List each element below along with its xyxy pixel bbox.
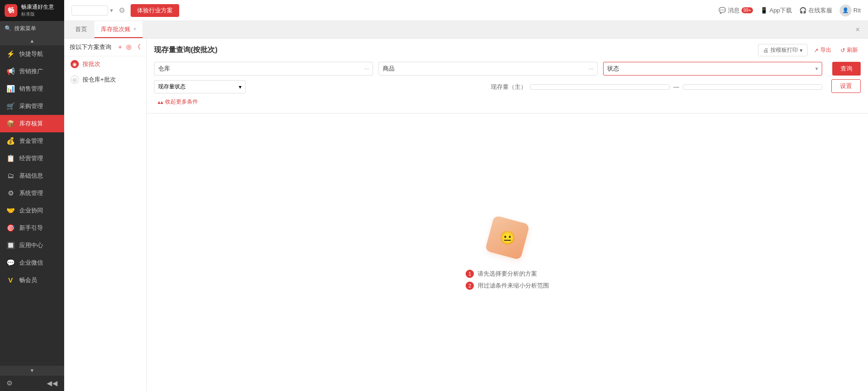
sidebar-search[interactable]: 🔍 搜索菜单	[0, 21, 64, 36]
app-subtitle: 标准版	[21, 11, 54, 17]
topbar-chevron-icon[interactable]: ▾	[110, 7, 113, 14]
print-button[interactable]: 🖨 按模板打印 ▾	[758, 44, 808, 56]
quantity-min-input[interactable]	[530, 84, 670, 90]
sidebar-item-enterprise[interactable]: 🤝 企业协同	[0, 202, 64, 219]
finance-icon: 💰	[6, 137, 15, 145]
app-download-label: App下载	[769, 6, 792, 15]
right-panel: 现存量查询(按批次) 🖨 按模板打印 ▾ ↗ 导出 ↺	[147, 38, 868, 391]
filter-actions: 查询 设置	[831, 62, 861, 93]
avatar: 👤	[840, 5, 852, 16]
settings-icon[interactable]: ⚙	[6, 379, 12, 387]
sidebar-item-label: 库存核算	[19, 119, 43, 128]
sidebar-item-marketing[interactable]: 📢 营销推广	[0, 63, 64, 80]
collapse-button[interactable]: ▴▴ 收起更多条件	[154, 96, 202, 108]
scheme-by-warehouse-batch[interactable]: ◎ 按仓库+批次	[64, 72, 146, 87]
data-area: 😐 1 请先选择要分析的方案 2 用过滤条件来缩小分析范围	[147, 114, 868, 391]
sidebar-item-label: 营销推广	[19, 67, 43, 76]
sidebar-scroll-up[interactable]: ▲	[0, 36, 64, 45]
user-profile-button[interactable]: 👤 Rit	[840, 5, 861, 16]
sidebar-item-label: 企业协同	[19, 206, 43, 215]
status-chevron-icon[interactable]: ▾	[815, 65, 818, 72]
app-download-button[interactable]: 📱 App下载	[760, 6, 792, 15]
sidebar-header: 畅 畅康通好生意 标准版	[0, 0, 64, 21]
inventory-status-wrap: 现存量状态 ▾	[154, 80, 485, 93]
filter-fields: 仓库 ··· 商品 ···	[154, 62, 822, 108]
filter-row-1: 仓库 ··· 商品 ···	[154, 62, 822, 76]
tab-inventory-batch[interactable]: 库存批次账 ×	[94, 21, 143, 38]
quantity-label: 现存量（主）	[491, 83, 527, 91]
sidebar-item-purchase[interactable]: 🛒 采购管理	[0, 98, 64, 115]
filter-title-row: 现存量查询(按批次) 🖨 按模板打印 ▾ ↗ 导出 ↺	[154, 44, 861, 56]
hint-num-2: 2	[466, 282, 474, 290]
filter-settings-button[interactable]: 设置	[831, 79, 861, 93]
panel-close-button[interactable]: ×	[852, 21, 863, 38]
filter-row-2: 现存量状态 ▾ 现存量（主） —	[154, 80, 822, 93]
topbar-left: ▾ ⚙ 体验行业方案	[71, 4, 179, 17]
newbie-icon: 🎯	[6, 224, 15, 232]
sidebar-item-finance[interactable]: 💰 资金管理	[0, 132, 64, 150]
scheme-by-batch[interactable]: ◉ 按批次	[64, 56, 146, 72]
topbar-input-group: ▾	[71, 5, 113, 16]
avatar-icon: 👤	[842, 7, 849, 13]
export-button[interactable]: ↗ 导出	[811, 44, 834, 56]
goods-label: 商品	[383, 65, 395, 73]
sidebar-item-system[interactable]: ⚙ 系统管理	[0, 185, 64, 202]
app-title: 畅康通好生意	[21, 4, 54, 11]
hint-num-1: 1	[466, 270, 474, 278]
scheme-settings-icon[interactable]: ◎	[126, 43, 132, 51]
collapse-row: ▴▴ 收起更多条件	[154, 96, 822, 108]
sidebar-item-basics[interactable]: 🗂 基础信息	[0, 167, 64, 185]
tab-close-button[interactable]: ×	[133, 27, 136, 32]
warehouse-input[interactable]: 仓库 ···	[154, 62, 373, 76]
messages-button[interactable]: 💬 消息 99+	[719, 6, 753, 15]
inventory-status-select[interactable]: 现存量状态 ▾	[154, 80, 246, 93]
topbar-settings-icon[interactable]: ⚙	[119, 6, 125, 15]
refresh-icon: ↺	[841, 47, 845, 54]
status-input[interactable]: 状态 ▾	[603, 62, 822, 76]
filter-main-row: 仓库 ··· 商品 ···	[154, 62, 861, 108]
sidebar-scroll-down[interactable]: ▼	[0, 366, 64, 375]
sidebar-item-sales[interactable]: 📊 销售管理	[0, 80, 64, 98]
headset-icon: 🎧	[799, 7, 807, 14]
sidebar-item-operations[interactable]: 📋 经营管理	[0, 150, 64, 167]
sidebar-item-label: 应用中心	[19, 241, 43, 250]
purchase-icon: 🛒	[6, 102, 15, 110]
hint-text-2: 用过滤条件来缩小分析范围	[478, 282, 549, 290]
empty-hint-1: 1 请先选择要分析的方案	[466, 270, 549, 278]
user-name: Rit	[853, 7, 861, 14]
main-area: ▾ ⚙ 体验行业方案 💬 消息 99+ 📱 App下载 🎧 在线客服 👤	[64, 0, 868, 391]
message-icon: 💬	[719, 7, 726, 14]
sidebar-item-quick-nav[interactable]: ⚡ 快捷导航	[0, 45, 64, 63]
sidebar-item-inventory[interactable]: 📦 库存核算	[0, 115, 64, 132]
experience-button[interactable]: 体验行业方案	[131, 4, 179, 17]
goods-field: 商品 ···	[379, 62, 598, 76]
tab-home[interactable]: 首页	[69, 21, 93, 38]
quantity-max-input[interactable]	[683, 84, 822, 90]
enterprise-icon: 🤝	[6, 206, 15, 215]
add-scheme-icon[interactable]: ＋	[117, 43, 123, 51]
warehouse-dots[interactable]: ···	[364, 65, 369, 72]
page-title: 现存量查询(按批次)	[154, 45, 218, 55]
online-service-button[interactable]: 🎧 在线客服	[799, 6, 832, 15]
print-chevron-icon[interactable]: ▾	[800, 47, 802, 54]
sidebar-item-label: 新手引导	[19, 224, 43, 232]
sidebar-item-label: 畅会员	[19, 276, 37, 284]
refresh-button[interactable]: ↺ 刷新	[838, 44, 861, 56]
goods-input[interactable]: 商品 ···	[379, 62, 598, 76]
sidebar-item-newbie[interactable]: 🎯 新手引导	[0, 219, 64, 237]
sidebar-item-wechat[interactable]: 💬 企业微信	[0, 254, 64, 272]
range-separator: —	[673, 83, 679, 90]
left-panel-icons: ＋ ◎ 《	[117, 43, 141, 51]
apps-icon: 🔲	[6, 241, 15, 250]
collapse-sidebar-icon[interactable]: ◀◀	[47, 379, 58, 387]
collapse-panel-icon[interactable]: 《	[134, 43, 141, 51]
quick-nav-icon: ⚡	[6, 50, 15, 58]
query-button[interactable]: 查询	[832, 62, 861, 76]
topbar-search-input[interactable]	[71, 5, 108, 16]
sidebar-item-apps[interactable]: 🔲 应用中心	[0, 237, 64, 254]
empty-state-icon: 😐	[484, 215, 530, 261]
sidebar-item-vip[interactable]: V 畅会员	[0, 272, 64, 289]
status-field: 状态 ▾	[603, 62, 822, 76]
goods-dots[interactable]: ···	[589, 65, 593, 72]
refresh-label: 刷新	[847, 46, 858, 54]
